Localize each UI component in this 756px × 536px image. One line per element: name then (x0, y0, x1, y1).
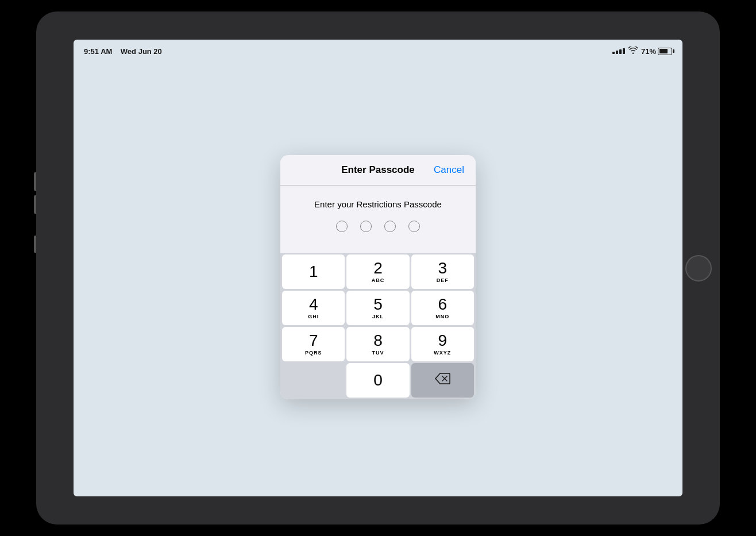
status-bar: 9:51 AM Wed Jun 20 (74, 40, 682, 58)
key-7[interactable]: 7 PQRS (282, 327, 345, 361)
cellular-signal-icon (612, 48, 625, 54)
content-area: Enter Passcode Cancel Enter your Restric… (74, 58, 682, 496)
ipad-frame: 9:51 AM Wed Jun 20 (36, 11, 720, 525)
volume-down-button[interactable] (34, 195, 36, 214)
key-9[interactable]: 9 WXYZ (411, 327, 474, 361)
battery-indicator: 71% (641, 47, 672, 56)
keypad: 1 2 ABC 3 DEF 4 GHI (280, 253, 476, 399)
dialog-body: Enter your Restrictions Passcode (280, 186, 476, 253)
key-0[interactable]: 0 (346, 363, 409, 398)
passcode-dialog: Enter Passcode Cancel Enter your Restric… (280, 155, 476, 399)
key-1[interactable]: 1 (282, 254, 345, 289)
passcode-dot-3 (384, 221, 396, 232)
key-empty (282, 363, 345, 398)
passcode-prompt: Enter your Restrictions Passcode (292, 199, 464, 209)
key-6[interactable]: 6 MNO (411, 291, 474, 325)
dialog-title: Enter Passcode (326, 164, 430, 176)
home-button[interactable] (685, 255, 712, 282)
battery-percent: 71% (641, 47, 656, 56)
keypad-grid: 1 2 ABC 3 DEF 4 GHI (282, 254, 474, 398)
cancel-button[interactable]: Cancel (430, 164, 464, 176)
status-right-icons: 71% (612, 47, 672, 56)
key-5[interactable]: 5 JKL (346, 291, 409, 325)
key-2[interactable]: 2 ABC (346, 254, 409, 289)
status-time-date: 9:51 AM Wed Jun 20 (84, 47, 162, 56)
passcode-dot-1 (336, 221, 348, 232)
key-8[interactable]: 8 TUV (346, 327, 409, 361)
battery-icon (658, 48, 672, 55)
ipad-screen: 9:51 AM Wed Jun 20 (74, 40, 682, 496)
key-4[interactable]: 4 GHI (282, 291, 345, 325)
passcode-dot-2 (360, 221, 372, 232)
passcode-dot-4 (408, 221, 420, 232)
status-date: Wed Jun 20 (121, 47, 162, 56)
volume-up-button[interactable] (34, 172, 36, 191)
dialog-header: Enter Passcode Cancel (280, 155, 476, 186)
wifi-icon (628, 47, 638, 56)
passcode-dots (292, 221, 464, 232)
status-time: 9:51 AM (84, 47, 112, 56)
side-camera (34, 236, 36, 253)
delete-key[interactable] (411, 363, 474, 398)
delete-icon (434, 373, 450, 388)
key-3[interactable]: 3 DEF (411, 254, 474, 289)
volume-buttons (34, 172, 36, 214)
